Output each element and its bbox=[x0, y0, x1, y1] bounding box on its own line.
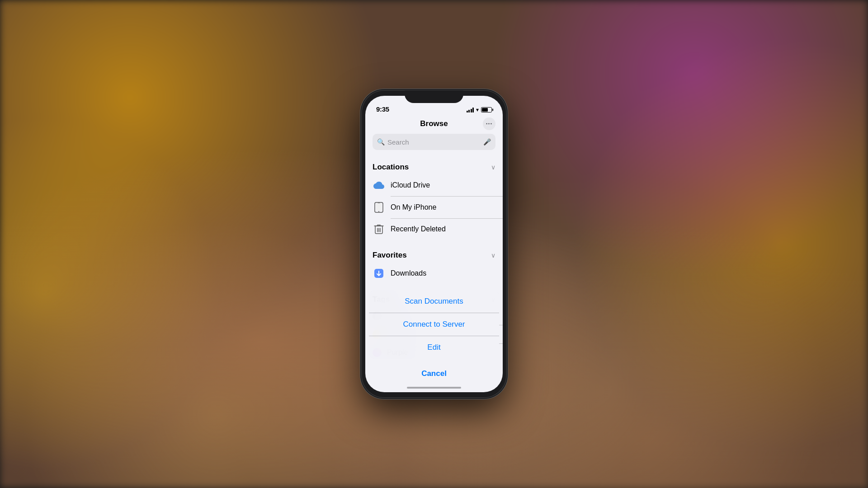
scene: 9:35 ▾ bbox=[362, 90, 506, 398]
section-spacer bbox=[365, 240, 503, 244]
notch bbox=[405, 90, 463, 103]
status-icons: ▾ bbox=[467, 107, 492, 113]
wifi-icon: ▾ bbox=[476, 107, 479, 113]
list-item-icloud[interactable]: iCloud Drive bbox=[365, 174, 503, 196]
signal-icon bbox=[467, 108, 474, 113]
search-icon: 🔍 bbox=[377, 138, 385, 145]
downloads-icon bbox=[373, 267, 385, 280]
locations-title: Locations bbox=[373, 163, 409, 172]
status-time: 9:35 bbox=[376, 105, 389, 113]
deleted-label: Recently Deleted bbox=[391, 225, 495, 233]
edit-button[interactable]: Edit bbox=[369, 336, 499, 359]
page-title: Browse bbox=[385, 119, 483, 128]
svg-point-2 bbox=[378, 211, 379, 212]
more-button[interactable]: ··· bbox=[483, 117, 495, 130]
battery-icon bbox=[481, 107, 492, 113]
home-bar bbox=[407, 387, 461, 389]
icloud-icon bbox=[373, 179, 385, 192]
iphone-frame: 9:35 ▾ bbox=[362, 90, 506, 398]
iphone-screen: 9:35 ▾ bbox=[365, 96, 503, 392]
section-spacer-2 bbox=[365, 284, 503, 288]
connect-to-server-button[interactable]: Connect to Server bbox=[369, 313, 499, 336]
list-item-downloads[interactable]: Downloads bbox=[365, 263, 503, 284]
home-indicator bbox=[365, 383, 503, 392]
app-header: Browse ··· bbox=[365, 116, 503, 134]
action-sheet-group: Scan Documents Connect to Server Edit bbox=[369, 290, 499, 359]
svg-rect-1 bbox=[376, 203, 382, 211]
dots-icon: ··· bbox=[486, 120, 493, 127]
scan-documents-button[interactable]: Scan Documents bbox=[369, 290, 499, 313]
iphone-device-icon bbox=[373, 201, 385, 214]
favorites-section-header: Favorites ∨ bbox=[365, 244, 503, 263]
search-bar[interactable]: 🔍 Search 🎤 bbox=[373, 134, 495, 150]
icloud-label: iCloud Drive bbox=[391, 181, 495, 189]
locations-chevron-icon: ∨ bbox=[491, 164, 495, 171]
downloads-label: Downloads bbox=[391, 269, 495, 277]
search-input[interactable]: Search bbox=[387, 138, 481, 146]
favorites-chevron-icon: ∨ bbox=[491, 252, 495, 259]
mic-icon: 🎤 bbox=[483, 138, 491, 145]
favorites-title: Favorites bbox=[373, 251, 407, 260]
locations-section-header: Locations ∨ bbox=[365, 155, 503, 174]
iphone-label: On My iPhone bbox=[391, 203, 495, 211]
cancel-button[interactable]: Cancel bbox=[369, 362, 499, 385]
action-sheet-cancel-group: Cancel bbox=[369, 362, 499, 385]
svg-rect-3 bbox=[378, 202, 380, 203]
list-item-deleted[interactable]: Recently Deleted bbox=[365, 218, 503, 240]
list-item-iphone[interactable]: On My iPhone bbox=[365, 197, 503, 218]
action-sheet: Scan Documents Connect to Server Edit Ca… bbox=[365, 290, 503, 392]
trash-icon bbox=[373, 223, 385, 235]
